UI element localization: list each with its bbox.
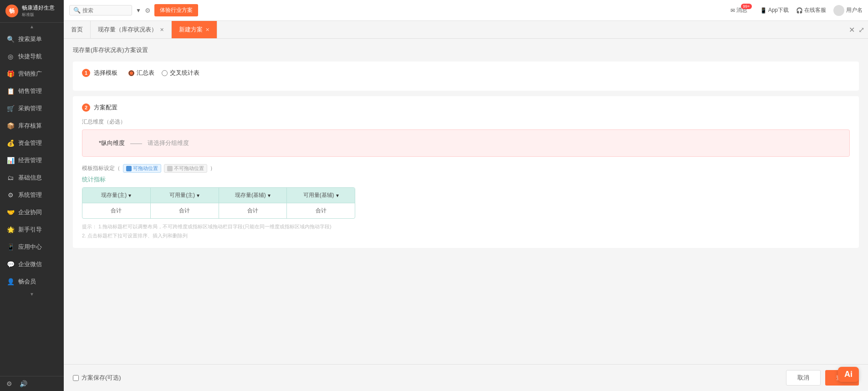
stats-header-cell-3[interactable]: 可用量(基辅) ▾ xyxy=(287,188,355,203)
sidebar-item-system[interactable]: ⚙ 系统管理 xyxy=(0,186,64,204)
wechat-icon: 💬 xyxy=(6,260,15,268)
tab-inventory-status[interactable]: 现存量（库存状况表） ✕ xyxy=(91,21,172,38)
sidebar-item-finance[interactable]: 💰 资金管理 xyxy=(0,134,64,152)
col-0-dropdown-icon[interactable]: ▾ xyxy=(128,192,131,199)
sidebar-item-app-center[interactable]: 📱 应用中心 xyxy=(0,238,64,256)
radio-summary-input[interactable] xyxy=(128,70,134,76)
stats-header-cell-2[interactable]: 现存量(基辅) ▾ xyxy=(219,188,287,203)
sidebar-item-marketing[interactable]: 🎁 营销推广 xyxy=(0,65,64,82)
tabs-actions: ✕ ⤢ xyxy=(849,26,868,34)
draggable-icon xyxy=(126,166,132,171)
sidebar-item-inventory[interactable]: 📦 库存核算 xyxy=(0,117,64,134)
tab-inventory-close-icon[interactable]: ✕ xyxy=(160,27,164,33)
radio-summary[interactable]: 汇总表 xyxy=(128,69,154,77)
sidebar-item-purchase[interactable]: 🛒 采购管理 xyxy=(0,100,64,117)
dimension-area: 汇总维度（必选） *纵向维度 —— 请选择分组维度 xyxy=(82,118,850,157)
stats-col-0-label: 现存量(主) xyxy=(101,191,127,199)
online-service-button[interactable]: 🎧 在线客服 xyxy=(796,6,826,14)
app-icon: 📱 xyxy=(760,7,767,14)
sidebar-item-label: 系统管理 xyxy=(18,191,42,199)
settings-icon[interactable]: ⚙ xyxy=(6,380,12,387)
col-1-dropdown-icon[interactable]: ▾ xyxy=(197,192,199,199)
search-dropdown-toggle[interactable]: ▼ xyxy=(136,7,141,14)
sidebar-logo: 畅 畅康通好生意 标准版 xyxy=(0,0,64,23)
stats-header-cell-0[interactable]: 现存量(主) ▾ xyxy=(82,188,151,203)
trial-button[interactable]: 体验行业方案 xyxy=(154,4,198,16)
sidebar-item-label: 搜索菜单 xyxy=(18,35,42,43)
user-menu[interactable]: 用户名 xyxy=(833,5,863,16)
stats-header-cell-1[interactable]: 可用量(主) ▾ xyxy=(151,188,219,203)
col-3-dropdown-icon[interactable]: ▾ xyxy=(336,192,339,199)
tips-section: 提示： 1.拖动标题栏可以调整布局，不可跨维度或指标区域拖动栏目字段(只能在同一… xyxy=(82,222,850,241)
sidebar-scroll-down[interactable]: ▼ xyxy=(0,290,64,298)
sidebar-item-operations[interactable]: 📊 经营管理 xyxy=(0,152,64,169)
step2-header: 2 方案配置 xyxy=(82,103,850,112)
save-checkbox-label: 方案保存(可选) xyxy=(82,374,121,382)
radio-cross[interactable]: 交叉统计表 xyxy=(162,69,199,77)
sidebar-scroll-up[interactable]: ▲ xyxy=(0,23,64,31)
save-checkbox[interactable]: 方案保存(可选) xyxy=(73,374,121,382)
col-2-dropdown-icon[interactable]: ▾ xyxy=(268,192,271,199)
tabs-bar: 首页 现存量（库存状况表） ✕ 新建方案 ✕ ✕ ⤢ xyxy=(64,21,868,39)
sidebar-item-members[interactable]: 👤 畅会员 xyxy=(0,273,64,290)
sidebar-bottom: ⚙ 🔊 xyxy=(0,376,64,391)
sidebar-item-search-menu[interactable]: 🔍 搜索菜单 xyxy=(0,31,64,48)
step1-label: 选择模板 xyxy=(94,69,117,77)
step1-header: 1 选择模板 汇总表 交叉统计表 xyxy=(82,69,850,77)
draggable-label: 可拖动位置 xyxy=(133,165,158,172)
topbar: 🔍 ▼ ⚙ 体验行业方案 ✉ 消息 99+ 📱 App下载 🎧 在线客服 用户名 xyxy=(64,0,868,21)
user-name: 用户名 xyxy=(846,6,863,14)
sidebar-item-quick-nav[interactable]: ◎ 快捷导航 xyxy=(0,48,64,65)
app-edition: 标准版 xyxy=(22,12,55,18)
tab-expand-icon[interactable]: ⤢ xyxy=(858,26,864,34)
indicator-section: 模板指标设定（ 可拖动位置 不可拖动位置 ） 统计指标 现存 xyxy=(82,164,850,241)
sidebar-item-cooperation[interactable]: 🤝 企业协同 xyxy=(0,204,64,221)
avatar xyxy=(833,5,844,16)
cancel-button[interactable]: 取消 xyxy=(786,370,821,386)
topbar-gear-icon[interactable]: ⚙ xyxy=(145,7,151,14)
audio-icon[interactable]: 🔊 xyxy=(20,380,27,387)
footer-bar: 方案保存(可选) 取消 查询 xyxy=(64,364,868,391)
quick-nav-icon: ◎ xyxy=(6,52,15,61)
sidebar-item-guide[interactable]: 🌟 新手引导 xyxy=(0,221,64,238)
draggable-badge: 可拖动位置 xyxy=(123,164,161,173)
sidebar-item-label: 营销推广 xyxy=(18,70,42,78)
sidebar-item-label: 基础信息 xyxy=(18,174,42,182)
radio-cross-label: 交叉统计表 xyxy=(170,69,199,77)
search-input[interactable] xyxy=(82,7,128,14)
stats-col-2-label: 现存量(基辅) xyxy=(235,191,266,199)
marketing-icon: 🎁 xyxy=(6,70,15,78)
inventory-icon: 📦 xyxy=(6,122,15,130)
tab-close-action-icon[interactable]: ✕ xyxy=(849,26,855,34)
app-download-button[interactable]: 📱 App下载 xyxy=(760,6,789,14)
service-label: 在线客服 xyxy=(804,6,826,14)
non-draggable-icon xyxy=(167,166,173,171)
tab-home[interactable]: 首页 xyxy=(64,21,91,38)
headset-icon: 🎧 xyxy=(796,7,803,14)
finance-icon: 💰 xyxy=(6,139,15,147)
dimension-required-label: 汇总维度（必选） xyxy=(82,118,850,126)
app-center-icon: 📱 xyxy=(6,243,15,251)
save-checkbox-input[interactable] xyxy=(73,375,79,381)
app-download-label: App下载 xyxy=(768,6,789,14)
search-box[interactable]: 🔍 xyxy=(69,5,132,15)
stats-header-row: 现存量(主) ▾ 可用量(主) ▾ 现存量(基辅) ▾ 可用量(基辅) xyxy=(82,188,355,203)
stats-col-3-label: 可用量(基辅) xyxy=(303,191,334,199)
dimension-placeholder: 请选择分组维度 xyxy=(148,139,189,147)
radio-cross-input[interactable] xyxy=(162,70,168,76)
main-area: 🔍 ▼ ⚙ 体验行业方案 ✉ 消息 99+ 📱 App下载 🎧 在线客服 用户名 xyxy=(64,0,868,391)
stats-body-cell-0-2: 合计 xyxy=(219,203,287,218)
tab-new-plan-close-icon[interactable]: ✕ xyxy=(205,27,209,33)
sidebar-item-label: 应用中心 xyxy=(18,243,42,251)
topbar-right: ✉ 消息 99+ 📱 App下载 🎧 在线客服 用户名 xyxy=(730,5,863,16)
sidebar-item-basic-info[interactable]: 🗂 基础信息 xyxy=(0,169,64,186)
purchase-icon: 🛒 xyxy=(6,104,15,113)
non-draggable-label: 不可拖动位置 xyxy=(174,165,204,172)
tab-new-plan[interactable]: 新建方案 ✕ xyxy=(172,21,217,38)
ai-badge[interactable]: Ai xyxy=(838,367,859,382)
message-button[interactable]: ✉ 消息 99+ xyxy=(730,6,747,14)
step1-number: 1 xyxy=(82,69,90,77)
sidebar-item-sales[interactable]: 📋 销售管理 xyxy=(0,82,64,100)
stats-title: 统计指标 xyxy=(82,175,850,184)
sidebar-item-wechat[interactable]: 💬 企业微信 xyxy=(0,256,64,273)
